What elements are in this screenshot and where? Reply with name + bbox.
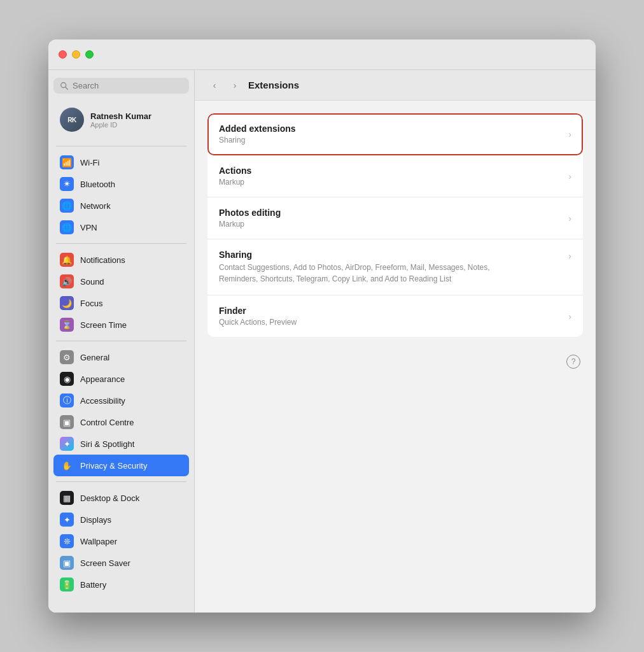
- notifications-label: Notifications: [80, 255, 125, 265]
- sidebar-item-wifi[interactable]: 📶 Wi-Fi: [53, 152, 189, 173]
- screen-saver-icon: ▣: [60, 556, 74, 570]
- extension-item-added-extensions[interactable]: Added extensions Sharing ›: [207, 113, 583, 155]
- sidebar-section-desktop: ▦ Desktop & Dock ✦ Displays ❊ Wallpaper …: [53, 487, 189, 595]
- ext-item-title: Added extensions: [219, 124, 296, 134]
- sidebar-item-control-centre[interactable]: ▣ Control Centre: [53, 411, 189, 433]
- sidebar-item-siri-spotlight[interactable]: ✦ Siri & Spotlight: [53, 433, 189, 455]
- network-icon: 🌐: [60, 199, 74, 213]
- divider-2: [56, 243, 186, 244]
- ext-item-title: Finder: [219, 306, 297, 316]
- minimize-button[interactable]: [72, 50, 80, 59]
- sidebar-item-screen-time[interactable]: ⌛ Screen Time: [53, 314, 189, 336]
- divider-4: [56, 481, 186, 482]
- maximize-button[interactable]: [85, 50, 94, 59]
- sidebar-item-battery[interactable]: 🔋 Battery: [53, 574, 189, 595]
- ext-item-subtitle: Markup: [219, 220, 281, 229]
- right-panel: ‹ › Extensions Added extensions Sharing …: [195, 70, 596, 613]
- displays-label: Displays: [80, 515, 111, 525]
- search-input[interactable]: [73, 81, 183, 90]
- extension-item-sharing[interactable]: Sharing Contact Suggestions, Add to Phot…: [207, 239, 583, 295]
- svg-line-1: [66, 87, 68, 89]
- sidebar-item-wallpaper[interactable]: ❊ Wallpaper: [53, 530, 189, 552]
- traffic-lights: [59, 50, 94, 59]
- chevron-right-icon: ›: [568, 213, 571, 223]
- sidebar-item-notifications[interactable]: 🔔 Notifications: [53, 249, 189, 271]
- search-icon: [60, 82, 69, 90]
- ext-item-subtitle: Sharing: [219, 136, 296, 145]
- user-info: Ratnesh Kumar Apple ID: [90, 111, 151, 129]
- panel-header: ‹ › Extensions: [195, 70, 596, 101]
- general-icon: ⚙: [60, 350, 74, 364]
- wifi-icon: 📶: [60, 155, 74, 169]
- vpn-label: VPN: [80, 223, 97, 232]
- ext-item-content: Sharing Contact Suggestions, Add to Phot…: [219, 250, 524, 285]
- sidebar-item-focus[interactable]: 🌙 Focus: [53, 292, 189, 314]
- chevron-right-icon: ›: [568, 251, 571, 261]
- screen-time-icon: ⌛: [60, 318, 74, 332]
- wallpaper-label: Wallpaper: [80, 537, 117, 546]
- panel-title: Extensions: [248, 80, 299, 90]
- ext-item-content: Added extensions Sharing: [219, 124, 296, 145]
- battery-label: Battery: [80, 580, 106, 590]
- ext-item-content: Photos editing Markup: [219, 208, 281, 229]
- network-label: Network: [80, 201, 111, 211]
- sidebar-section-notifications: 🔔 Notifications 🔊 Sound 🌙 Focus ⌛ Screen…: [53, 249, 189, 336]
- vpn-icon: 🌐: [60, 220, 74, 234]
- notifications-icon: 🔔: [60, 253, 74, 267]
- sidebar-item-displays[interactable]: ✦ Displays: [53, 509, 189, 530]
- help-button[interactable]: ?: [566, 355, 580, 369]
- bluetooth-label: Bluetooth: [80, 180, 115, 189]
- system-preferences-window: RK Ratnesh Kumar Apple ID 📶 Wi-Fi ✴ Blue…: [48, 39, 596, 613]
- extension-list: Added extensions Sharing › Actions Marku…: [207, 113, 583, 337]
- extension-item-finder[interactable]: Finder Quick Actions, Preview ›: [207, 295, 583, 337]
- ext-item-subtitle: Quick Actions, Preview: [219, 318, 297, 327]
- panel-body: Added extensions Sharing › Actions Marku…: [195, 101, 596, 613]
- forward-button[interactable]: ›: [228, 78, 242, 92]
- sidebar-item-network[interactable]: 🌐 Network: [53, 195, 189, 216]
- search-box[interactable]: [53, 78, 189, 94]
- sound-label: Sound: [80, 277, 104, 287]
- divider-3: [56, 341, 186, 341]
- sidebar-item-bluetooth[interactable]: ✴ Bluetooth: [53, 173, 189, 195]
- ext-item-title: Sharing: [219, 250, 524, 260]
- siri-spotlight-label: Siri & Spotlight: [80, 439, 134, 449]
- ext-item-subtitle: Markup: [219, 178, 251, 187]
- sidebar-item-vpn[interactable]: 🌐 VPN: [53, 216, 189, 238]
- accessibility-label: Accessibility: [80, 396, 125, 406]
- chevron-right-icon: ›: [568, 129, 571, 139]
- close-button[interactable]: [59, 50, 67, 59]
- sidebar-item-accessibility[interactable]: ⓘ Accessibility: [53, 390, 189, 411]
- screen-saver-label: Screen Saver: [80, 558, 130, 568]
- sidebar-item-screen-saver[interactable]: ▣ Screen Saver: [53, 552, 189, 574]
- sidebar-item-privacy-security[interactable]: ✋ Privacy & Security: [53, 455, 189, 476]
- chevron-right-icon: ›: [568, 311, 571, 322]
- ext-item-content: Actions Markup: [219, 166, 251, 187]
- general-label: General: [80, 353, 109, 362]
- ext-item-subtitle: Contact Suggestions, Add to Photos, AirD…: [219, 262, 524, 285]
- focus-icon: 🌙: [60, 296, 74, 310]
- ext-item-title: Photos editing: [219, 208, 281, 218]
- avatar: RK: [60, 108, 84, 132]
- sidebar-item-sound[interactable]: 🔊 Sound: [53, 271, 189, 292]
- battery-icon: 🔋: [60, 578, 74, 592]
- chevron-right-icon: ›: [568, 171, 571, 181]
- appearance-icon: ◉: [60, 372, 74, 386]
- user-subtitle: Apple ID: [90, 121, 151, 129]
- extension-item-actions[interactable]: Actions Markup ›: [207, 155, 583, 197]
- wifi-label: Wi-Fi: [80, 158, 99, 167]
- accessibility-icon: ⓘ: [60, 393, 74, 408]
- sidebar-item-desktop-dock[interactable]: ▦ Desktop & Dock: [53, 487, 189, 509]
- sound-icon: 🔊: [60, 274, 74, 288]
- back-button[interactable]: ‹: [207, 78, 221, 92]
- desktop-dock-label: Desktop & Dock: [80, 493, 139, 503]
- extension-item-photos-editing[interactable]: Photos editing Markup ›: [207, 197, 583, 239]
- user-profile[interactable]: RK Ratnesh Kumar Apple ID: [53, 103, 189, 137]
- title-bar: [48, 39, 596, 70]
- sidebar-section-general: ⚙ General ◉ Appearance ⓘ Accessibility ▣…: [53, 346, 189, 476]
- sidebar-item-general[interactable]: ⚙ General: [53, 346, 189, 368]
- sidebar-item-appearance[interactable]: ◉ Appearance: [53, 368, 189, 390]
- ext-item-title: Actions: [219, 166, 251, 176]
- privacy-security-label: Privacy & Security: [80, 461, 147, 471]
- main-content: RK Ratnesh Kumar Apple ID 📶 Wi-Fi ✴ Blue…: [48, 70, 596, 613]
- control-centre-icon: ▣: [60, 415, 74, 429]
